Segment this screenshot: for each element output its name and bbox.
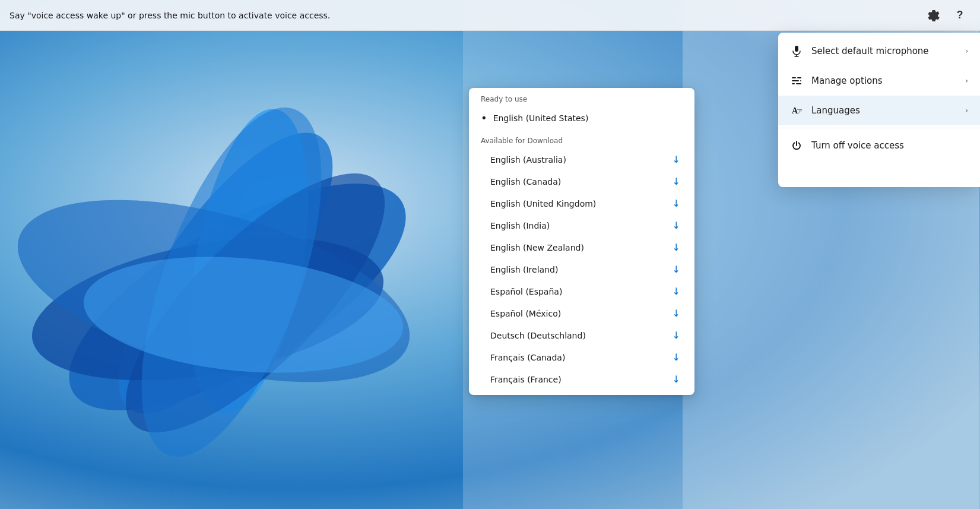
lang-item-en-ca[interactable]: English (Canada) ↓	[471, 170, 692, 192]
download-icon-en-ie: ↓	[673, 264, 680, 275]
lang-item-es-mx[interactable]: Español (México) ↓	[471, 302, 692, 324]
chevron-right-icon-microphone: ›	[965, 47, 968, 55]
menu-item-manage-options[interactable]: Manage options ›	[778, 66, 980, 96]
lang-label-en-ca: English (Canada)	[490, 177, 561, 186]
lang-item-fr-fr[interactable]: Français (France) ↓	[471, 368, 692, 390]
svg-rect-14	[792, 77, 796, 78]
svg-rect-11	[795, 46, 798, 52]
menu-item-manage-options-label: Manage options	[811, 75, 957, 86]
download-icon-en-gb: ↓	[673, 198, 680, 209]
svg-rect-16	[792, 80, 799, 81]
download-icon-es-mx: ↓	[673, 308, 680, 319]
lang-label-fr-ca: Français (Canada)	[490, 353, 565, 362]
menu-item-turn-off-label: Turn off voice access	[811, 140, 968, 151]
download-icon-fr-ca: ↓	[673, 352, 680, 363]
lang-item-fr-ca[interactable]: Français (Canada) ↓	[471, 346, 692, 368]
settings-button[interactable]	[923, 5, 944, 26]
download-icon-fr-fr: ↓	[673, 374, 680, 385]
download-icon-de-de: ↓	[673, 330, 680, 341]
menu-divider	[778, 128, 980, 128]
lang-item-en-nz[interactable]: English (New Zealand) ↓	[471, 236, 692, 258]
context-menu: Select default microphone › Manage optio…	[778, 33, 980, 187]
lang-label-en-au: English (Australia)	[490, 155, 566, 165]
download-icon-en-au: ↓	[673, 154, 680, 165]
lang-item-de-de[interactable]: Deutsch (Deutschland) ↓	[471, 324, 692, 346]
lang-label-en-ie: English (Ireland)	[490, 265, 558, 274]
download-icon-en-nz: ↓	[673, 242, 680, 253]
lang-item-en-ie[interactable]: English (Ireland) ↓	[471, 258, 692, 280]
lang-label-es-es: Español (España)	[490, 287, 562, 296]
lang-label-fr-fr: Français (France)	[490, 375, 562, 384]
svg-rect-18	[792, 83, 795, 84]
download-icon-en-in: ↓	[673, 220, 680, 231]
topbar-icons: ?	[923, 5, 971, 26]
help-icon: ?	[957, 9, 963, 21]
microphone-icon	[790, 45, 803, 58]
lang-label-en-gb: English (United Kingdom)	[490, 199, 596, 208]
lang-label-es-mx: Español (México)	[490, 309, 561, 318]
instruction-text: Say "voice access wake up" or press the …	[9, 11, 923, 20]
download-icon-en-ca: ↓	[673, 176, 680, 187]
help-button[interactable]: ?	[949, 5, 971, 26]
download-section-label: Available for Download	[469, 129, 694, 148]
ready-section-label: Ready to use	[469, 88, 694, 107]
lang-item-es-es[interactable]: Español (España) ↓	[471, 280, 692, 302]
svg-rect-15	[797, 77, 801, 78]
lang-label-en-in: English (India)	[490, 221, 550, 230]
chevron-right-icon-manage: ›	[965, 77, 968, 85]
svg-text:ア: ア	[797, 108, 803, 115]
svg-rect-17	[800, 80, 801, 81]
menu-item-languages[interactable]: A ア Languages ›	[778, 96, 980, 125]
menu-item-languages-label: Languages	[811, 105, 957, 116]
lang-label-de-de: Deutsch (Deutschland)	[490, 331, 586, 340]
languages-panel: Ready to use • English (United States) A…	[469, 88, 694, 395]
lang-item-en-au[interactable]: English (Australia) ↓	[471, 148, 692, 170]
power-icon	[790, 139, 803, 152]
menu-item-turn-off[interactable]: Turn off voice access	[778, 131, 980, 160]
menu-item-select-microphone[interactable]: Select default microphone ›	[778, 36, 980, 66]
download-icon-es-es: ↓	[673, 286, 680, 297]
topbar: Say "voice access wake up" or press the …	[0, 0, 980, 31]
bullet-icon: •	[481, 113, 487, 124]
manage-options-icon	[790, 74, 803, 87]
lang-label-en-us: English (United States)	[493, 113, 589, 123]
chevron-right-icon-languages: ›	[965, 106, 968, 115]
gear-icon	[928, 10, 940, 21]
lang-item-en-in[interactable]: English (India) ↓	[471, 214, 692, 236]
menu-item-select-microphone-label: Select default microphone	[811, 46, 957, 56]
languages-icon: A ア	[790, 104, 803, 117]
lang-item-en-gb[interactable]: English (United Kingdom) ↓	[471, 192, 692, 214]
lang-label-en-nz: English (New Zealand)	[490, 243, 584, 252]
lang-item-en-us[interactable]: • English (United States)	[469, 107, 694, 129]
svg-rect-19	[796, 83, 801, 84]
